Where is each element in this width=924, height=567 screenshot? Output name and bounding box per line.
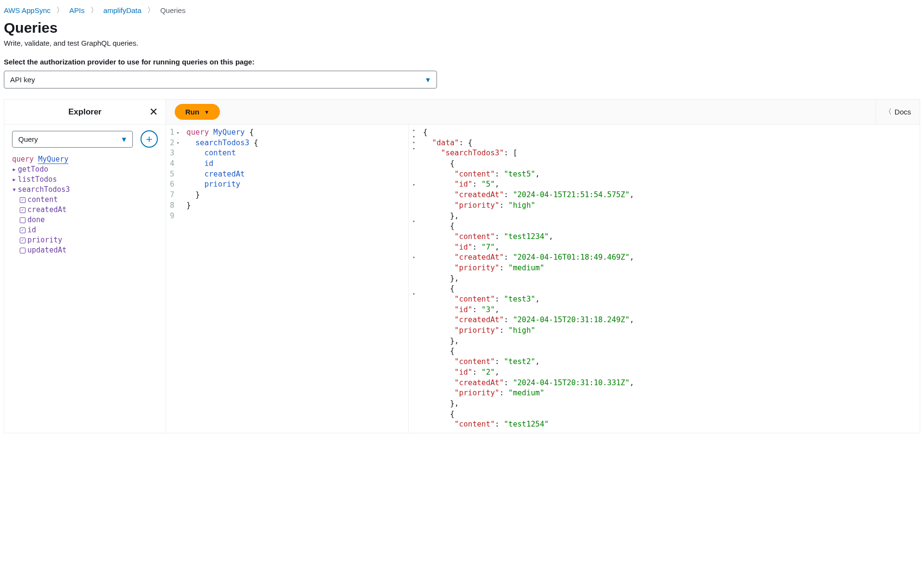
page-subtitle: Write, validate, and test GraphQL querie… bbox=[4, 39, 920, 47]
crumb-current: Queries bbox=[160, 6, 186, 14]
checkbox-icon[interactable] bbox=[20, 227, 26, 233]
operation-select[interactable]: Query ▼ bbox=[12, 131, 133, 148]
crumb-appsync[interactable]: AWS AppSync bbox=[4, 6, 51, 14]
chevron-right-icon: 〉 bbox=[147, 6, 154, 15]
auth-select[interactable]: API key ▼ bbox=[4, 71, 437, 88]
breadcrumb: AWS AppSync 〉 APIs 〉 amplifyData 〉 Queri… bbox=[4, 4, 920, 20]
tree-node-searchTodos3[interactable]: ▾searchTodos3 bbox=[12, 185, 158, 195]
query-name[interactable]: MyQuery bbox=[38, 155, 68, 164]
chevron-down-icon: ▼ bbox=[120, 135, 128, 143]
chevron-down-icon: ▼ bbox=[204, 109, 209, 115]
explorer-title: Explorer bbox=[68, 107, 102, 117]
tree-field-priority[interactable]: priority bbox=[12, 235, 158, 245]
chevron-left-icon: 〈 bbox=[885, 107, 892, 116]
docs-button[interactable]: 〈 Docs bbox=[875, 100, 911, 124]
run-button-label: Run bbox=[185, 108, 199, 116]
close-icon[interactable]: ✕ bbox=[149, 106, 158, 118]
tree-node-listTodos[interactable]: ▸listTodos bbox=[12, 175, 158, 185]
checkbox-icon[interactable] bbox=[20, 217, 26, 223]
tree-field-done[interactable]: done bbox=[12, 215, 158, 225]
checkbox-icon[interactable] bbox=[20, 207, 26, 213]
tree-node-getTodo[interactable]: ▸getTodo bbox=[12, 164, 158, 175]
auth-label: Select the authorization provider to use… bbox=[4, 58, 920, 66]
tree-field-createdAt[interactable]: createdAt bbox=[12, 205, 158, 215]
checkbox-icon[interactable] bbox=[20, 197, 26, 203]
chevron-right-icon: 〉 bbox=[56, 6, 64, 15]
auth-select-value: API key bbox=[10, 76, 35, 84]
explorer-panel: Explorer ✕ Query ▼ ＋ query MyQuery▸getTo… bbox=[4, 100, 166, 433]
docs-label: Docs bbox=[895, 108, 911, 116]
operation-select-value: Query bbox=[18, 135, 38, 143]
editor-toolbar: Run ▼ 〈 Docs bbox=[166, 100, 920, 125]
explorer-tree: query MyQuery▸getTodo▸listTodos▾searchTo… bbox=[12, 154, 158, 255]
page-title: Queries bbox=[4, 20, 920, 36]
tree-field-content[interactable]: content bbox=[12, 195, 158, 205]
checkbox-icon[interactable] bbox=[20, 238, 26, 243]
chevron-right-icon: 〉 bbox=[90, 6, 98, 15]
result-pane: ▾▾▾▾ ▾ ▾ ▾ ▾ { "data": { "searchTodos3":… bbox=[409, 125, 920, 433]
run-button[interactable]: Run ▼ bbox=[175, 104, 220, 120]
crumb-amplifydata[interactable]: amplifyData bbox=[103, 6, 141, 14]
tree-field-updatedAt[interactable]: updatedAt bbox=[12, 245, 158, 255]
crumb-apis[interactable]: APIs bbox=[69, 6, 85, 14]
tree-field-id[interactable]: id bbox=[12, 225, 158, 235]
add-operation-button[interactable]: ＋ bbox=[141, 130, 158, 148]
query-editor[interactable]: 1▾2▾3 4 5 6 7 8 9 query MyQuery { search… bbox=[166, 125, 409, 433]
checkbox-icon[interactable] bbox=[20, 248, 26, 253]
